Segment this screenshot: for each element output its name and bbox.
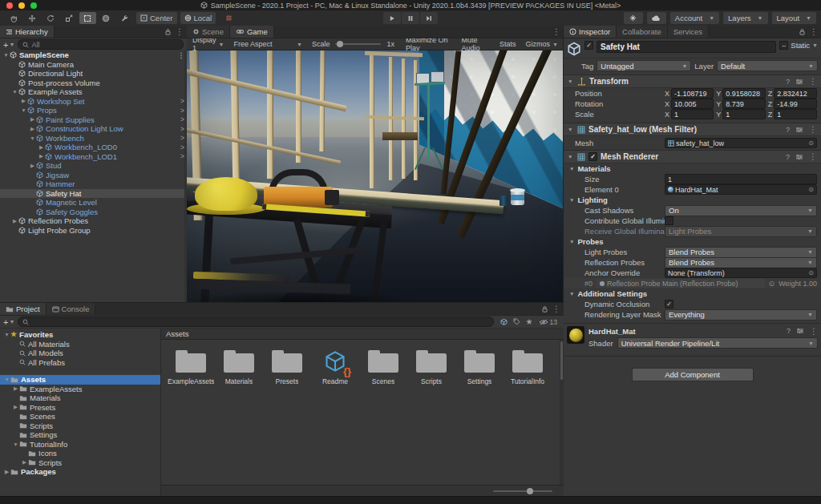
folder-settings[interactable]: Settings	[0, 430, 160, 440]
object-picker-icon[interactable]: ⊙	[808, 139, 814, 147]
step-button[interactable]	[420, 12, 438, 24]
preset-icon[interactable]	[795, 79, 803, 85]
search-by-label-icon[interactable]	[513, 318, 520, 325]
foldout-arrow-icon[interactable]: ▼	[11, 89, 18, 95]
project-search-input[interactable]	[18, 317, 493, 327]
maximize-on-play-button[interactable]: Maximize On Play	[402, 38, 455, 50]
probes-foldout[interactable]: ▼Probes	[564, 236, 821, 247]
help-icon[interactable]: ?	[786, 153, 790, 161]
pause-button[interactable]	[402, 12, 419, 24]
open-prefab-chevron-icon[interactable]: >	[177, 107, 184, 115]
lighting-foldout[interactable]: ▼Lighting	[564, 195, 821, 205]
rotation-y-field[interactable]: 8.739	[722, 99, 765, 109]
minimize-window-button[interactable]	[18, 2, 25, 9]
light-probes-dropdown[interactable]: Blend Probes▼	[665, 247, 817, 258]
hand-tool-button[interactable]	[6, 12, 22, 24]
folder-assets[interactable]: ▼Assets	[0, 375, 160, 385]
folder-tutorialinfo[interactable]: ▼TutorialInfo	[0, 440, 160, 450]
scale-y-field[interactable]: 1	[722, 109, 765, 119]
foldout-arrow-icon[interactable]: ▶	[3, 469, 10, 475]
foldout-arrow-icon[interactable]: ▶	[20, 98, 27, 104]
move-tool-button[interactable]	[24, 12, 41, 24]
cast-shadows-dropdown[interactable]: On▼	[665, 205, 817, 216]
hierarchy-item-props[interactable]: ▼Props>	[0, 106, 187, 115]
asset-readme[interactable]: {}Readme	[312, 348, 358, 385]
component-menu-icon[interactable]: ⋮	[810, 327, 818, 336]
open-prefab-chevron-icon[interactable]: >	[177, 152, 184, 160]
hierarchy-item-safety-goggles[interactable]: Safety Goggles	[0, 208, 187, 217]
lock-icon[interactable]	[541, 305, 548, 312]
grid-snap-button[interactable]	[220, 12, 237, 24]
folder-presets[interactable]: ▶Presets	[0, 403, 160, 413]
hierarchy-item-construction-light-low[interactable]: ▶Construction Light Low>	[0, 124, 187, 134]
account-dropdown[interactable]: Account▼	[670, 12, 719, 24]
foldout-arrow-icon[interactable]: ▶	[11, 218, 18, 224]
stats-button[interactable]: Stats	[495, 38, 520, 50]
open-prefab-chevron-icon[interactable]: >	[177, 97, 184, 105]
renderer-enabled-checkbox[interactable]: ✓	[588, 152, 597, 161]
asset-scripts[interactable]: Scripts	[408, 348, 455, 385]
hidden-packages-toggle[interactable]: 13	[539, 318, 557, 326]
foldout-arrow-icon[interactable]: ▶	[38, 153, 45, 159]
tab-inspector[interactable]: Inspector	[564, 26, 617, 38]
search-by-import-icon[interactable]	[500, 318, 508, 325]
foldout-arrow-icon[interactable]: ▶	[29, 126, 36, 132]
thumbnail-size-slider[interactable]	[493, 490, 552, 492]
foldout-arrow-icon[interactable]: ▶	[21, 459, 28, 466]
static-dropdown[interactable]: – Static ▼	[779, 41, 818, 50]
assets-scrollbar[interactable]	[560, 340, 564, 485]
hierarchy-item-main-camera[interactable]: Main Camera	[0, 60, 187, 70]
tab-scene[interactable]: Scene	[187, 26, 230, 38]
hierarchy-item-reflection-probes[interactable]: ▶Reflection Probes	[0, 216, 187, 226]
thumbnail-size-knob[interactable]	[527, 488, 533, 494]
rotate-tool-button[interactable]	[42, 12, 59, 24]
foldout-arrow-icon[interactable]: ▶	[29, 163, 36, 169]
favorite-all-materials[interactable]: All Materials	[0, 340, 160, 349]
object-picker-icon[interactable]: ⊙	[808, 269, 814, 276]
rect-tool-button[interactable]	[79, 12, 96, 24]
hierarchy-item-workbench-lod0[interactable]: ▶Workbench_LOD0>	[0, 143, 187, 152]
lock-icon[interactable]	[164, 28, 172, 35]
pivot-rotation-button[interactable]: Local	[180, 12, 216, 24]
hierarchy-item-stud[interactable]: ▶Stud	[0, 161, 187, 171]
foldout-arrow-icon[interactable]: ▼	[3, 377, 10, 382]
scale-slider-knob[interactable]	[337, 41, 343, 47]
rotation-z-field[interactable]: -14.99	[774, 99, 817, 109]
materials-size-field[interactable]: 1	[665, 174, 817, 184]
game-viewport[interactable]	[187, 50, 564, 303]
open-prefab-chevron-icon[interactable]: >	[177, 125, 184, 133]
hierarchy-item-safety-hat[interactable]: Safety Hat	[0, 189, 187, 199]
preset-icon[interactable]	[796, 328, 804, 334]
rendering-layer-mask-dropdown[interactable]: Everything▼	[665, 309, 817, 321]
position-y-field[interactable]: 0.9158028	[722, 88, 765, 99]
help-icon[interactable]: ?	[786, 126, 790, 134]
open-prefab-chevron-icon[interactable]: >	[177, 143, 184, 151]
asset-scenes[interactable]: Scenes	[360, 348, 406, 385]
reflection-probes-dropdown[interactable]: Blend Probes▼	[665, 257, 817, 268]
static-checkbox[interactable]: –	[779, 41, 788, 50]
preset-icon[interactable]	[795, 154, 803, 160]
hierarchy-item-paint-supplies[interactable]: ▶Paint Supplies>	[0, 115, 187, 125]
scale-z-field[interactable]: 1	[774, 109, 817, 119]
lock-icon[interactable]	[799, 28, 806, 35]
gizmos-dropdown[interactable]: Gizmos▼	[522, 38, 562, 50]
hierarchy-item-jigsaw[interactable]: Jigsaw	[0, 171, 187, 180]
scene-menu-icon[interactable]: ⋮	[175, 51, 185, 59]
foldout-arrow-icon[interactable]: ▶	[12, 404, 19, 410]
component-menu-icon[interactable]: ⋮	[809, 152, 817, 161]
tab-hierarchy[interactable]: Hierarchy	[0, 26, 55, 38]
open-prefab-chevron-icon[interactable]: >	[177, 115, 184, 123]
object-picker-icon[interactable]: ⊙	[808, 186, 814, 193]
play-button[interactable]	[383, 12, 401, 24]
breadcrumb[interactable]: Assets	[161, 329, 564, 340]
hierarchy-item-hammer[interactable]: Hammer	[0, 179, 187, 189]
close-window-button[interactable]	[6, 2, 13, 9]
custom-tool-button[interactable]	[116, 12, 133, 24]
favorites-star-icon[interactable]: ★	[526, 317, 533, 326]
favorite-all-models[interactable]: All Models	[0, 349, 160, 358]
add-component-button[interactable]: Add Component	[632, 368, 754, 381]
dynamic-occlusion-checkbox[interactable]: ✓	[665, 300, 673, 308]
tab-project[interactable]: Project	[0, 303, 47, 315]
position-z-field[interactable]: 2.832412	[774, 88, 817, 99]
hierarchy-item-example-assets[interactable]: ▼Example Assets	[0, 87, 187, 97]
